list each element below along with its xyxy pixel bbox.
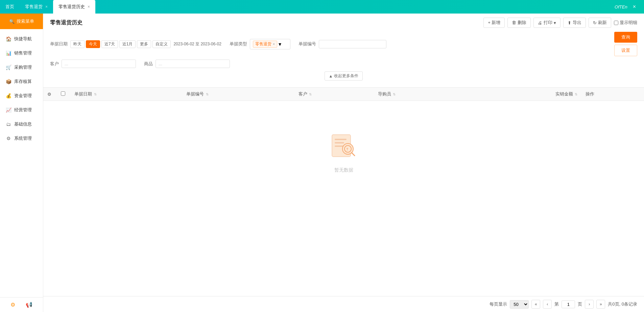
collapse-filter-button[interactable]: ▲ 收起更多条件 (325, 71, 363, 81)
th-amount[interactable]: 实销金额 ⇅ (470, 88, 581, 101)
refresh-button[interactable]: ↻ 刷新 (589, 18, 611, 28)
th-date-label: 单据日期 (74, 91, 92, 96)
sidebar-item-operations[interactable]: 📈 经营管理 (0, 103, 43, 117)
print-button[interactable]: 🖨 打印 ▾ (533, 18, 560, 28)
sidebar-item-purchase[interactable]: 🛒 采购管理 (0, 60, 43, 74)
th-voucher[interactable]: 单据编号 ⇅ (182, 88, 294, 101)
sidebar-item-basic-info[interactable]: 🗂 基础信息 (0, 117, 43, 131)
date-btn-7days[interactable]: 近7天 (101, 40, 118, 48)
new-button[interactable]: + 新增 (483, 18, 505, 28)
system-icon: ⚙ (5, 135, 11, 141)
filter-row-2: 客户 ... 商品 ... (50, 60, 637, 68)
settings-button[interactable]: 设置 (614, 45, 637, 56)
type-select-arrow: ▾ (279, 41, 281, 47)
sidebar-item-label: 销售管理 (14, 50, 32, 56)
customer-filter-group: 客户 ... (50, 60, 136, 68)
empty-illustration: ? (327, 128, 361, 162)
tab-home-label: 首页 (5, 4, 14, 10)
print-icon: 🖨 (538, 20, 542, 25)
date-btn-yesterday[interactable]: 昨天 (70, 40, 85, 48)
sidebar-search-label: 搜索菜单 (17, 18, 34, 24)
sidebar-item-label: 快捷导航 (14, 36, 32, 42)
date-btn-more[interactable]: 更多 (137, 40, 151, 48)
th-action: 操作 (581, 88, 644, 101)
customer-input[interactable]: ... (62, 60, 136, 68)
page-size-label: 每页显示 (490, 301, 507, 307)
goods-placeholder: ... (159, 61, 162, 66)
type-filter-group: 单据类型 零售退货 × ▾ (230, 39, 290, 49)
pagination-bar: 每页显示 20 50 100 « ‹ 第 页 › » 共0页, 0条记录 (43, 296, 644, 312)
tab-retail-return[interactable]: 零售退货 × (20, 0, 53, 14)
purchase-icon: 🛒 (5, 64, 11, 70)
type-tag: 零售退货 × (253, 41, 277, 48)
goods-input[interactable]: ... (156, 60, 230, 68)
select-all-checkbox[interactable] (61, 91, 65, 96)
collapse-icon: ▲ (329, 74, 333, 79)
tab-retail-return-close[interactable]: × (45, 4, 48, 9)
page-size-select[interactable]: 20 50 100 (510, 300, 529, 309)
show-detail-label: 显示明细 (620, 20, 637, 26)
page-next-button[interactable]: › (585, 300, 594, 309)
svg-text:?: ? (346, 148, 348, 151)
date-btn-custom[interactable]: 自定义 (152, 40, 171, 48)
window-close-button[interactable]: × (630, 4, 639, 10)
basic-info-icon: 🗂 (5, 121, 11, 127)
tab-retail-return-history-close[interactable]: × (88, 4, 90, 9)
empty-text: 暂无数据 (334, 167, 353, 173)
page-number-input[interactable] (562, 300, 575, 308)
table-body: ? 暂无数据 (43, 101, 644, 201)
th-settings[interactable]: ⚙ (43, 88, 57, 101)
sidebar-bottom: ⚙ 📢 (0, 297, 43, 312)
tab-retail-return-history[interactable]: 零售退货历史 × (53, 0, 95, 14)
sidebar-item-quick-nav[interactable]: 🏠 快捷导航 (0, 32, 43, 46)
th-guide-label: 导购员 (378, 91, 391, 96)
date-filter-group: 单据日期 昨天 今天 近7天 近1月 更多 自定义 2023-06-02 至 2… (50, 40, 221, 48)
export-label: 导出 (573, 20, 581, 26)
th-date-sort-icon: ⇅ (94, 92, 97, 96)
sidebar-item-label: 基础信息 (14, 121, 32, 127)
speaker-icon[interactable]: 📢 (26, 302, 32, 308)
page-title-row: 零售退货历史 + 新增 🗑 删除 🖨 打印 ▾ ⬆ 导出 ↻ (50, 18, 637, 28)
sidebar-item-label: 系统管理 (14, 135, 32, 141)
date-btn-1month[interactable]: 近1月 (119, 40, 136, 48)
sidebar-item-finance[interactable]: 💰 资金管理 (0, 89, 43, 103)
sidebar-item-system[interactable]: ⚙ 系统管理 (0, 131, 43, 146)
th-date[interactable]: 单据日期 ⇅ (70, 88, 182, 101)
inventory-icon: 📦 (5, 79, 11, 85)
query-button[interactable]: 查询 (614, 32, 637, 43)
date-range-display: 2023-06-02 至 2023-06-02 (173, 41, 221, 47)
page-last-button[interactable]: » (596, 300, 605, 309)
show-detail-checkbox[interactable] (614, 21, 618, 25)
finance-icon: 💰 (5, 93, 11, 99)
often-text: OfTEn (615, 4, 627, 9)
goods-filter-group: 商品 ... (144, 60, 230, 68)
filter-section: 零售退货历史 + 新增 🗑 删除 🖨 打印 ▾ ⬆ 导出 ↻ (43, 14, 644, 88)
sidebar-item-label: 采购管理 (14, 64, 32, 70)
refresh-icon: ↻ (593, 20, 597, 25)
page-unit: 页 (578, 301, 582, 307)
type-tag-close[interactable]: × (273, 42, 275, 46)
th-customer[interactable]: 客户 ⇅ (294, 88, 374, 101)
page-title: 零售退货历史 (50, 19, 82, 26)
search-icon: 🔍 (9, 19, 15, 24)
type-select[interactable]: 零售退货 × ▾ (250, 39, 290, 49)
page-prev-button[interactable]: ‹ (543, 300, 552, 309)
sidebar-item-sales[interactable]: 📊 销售管理 (0, 46, 43, 60)
page-first-button[interactable]: « (531, 300, 540, 309)
voucher-input[interactable] (319, 40, 386, 48)
th-checkbox (57, 88, 70, 101)
main-layout: 🔍 搜索菜单 🏠 快捷导航 📊 销售管理 🛒 采购管理 📦 库存核算 💰 (0, 14, 644, 312)
settings-icon[interactable]: ⚙ (10, 302, 15, 308)
svg-line-6 (352, 153, 355, 156)
voucher-filter-group: 单据编号 (299, 40, 386, 48)
sidebar-search-button[interactable]: 🔍 搜索菜单 (0, 14, 43, 29)
sidebar-item-inventory[interactable]: 📦 库存核算 (0, 74, 43, 89)
th-guide[interactable]: 导购员 ⇅ (374, 88, 470, 101)
type-tag-text: 零售退货 (255, 41, 271, 47)
date-btn-today[interactable]: 今天 (86, 40, 100, 48)
delete-button[interactable]: 🗑 删除 (507, 18, 531, 28)
show-detail-checkbox-label[interactable]: 显示明细 (614, 20, 637, 26)
export-button[interactable]: ⬆ 导出 (563, 18, 586, 28)
tab-home[interactable]: 首页 (0, 0, 20, 14)
sidebar-item-label: 资金管理 (14, 93, 32, 99)
